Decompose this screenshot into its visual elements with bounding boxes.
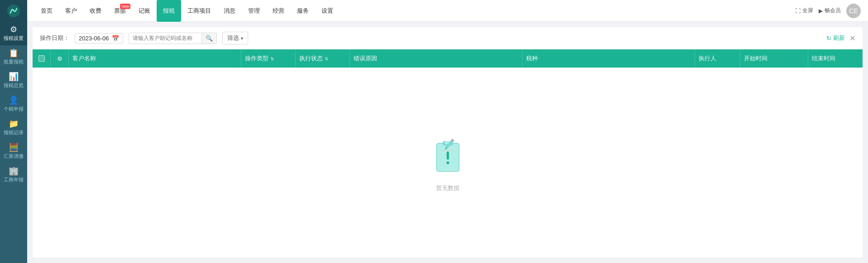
sidebar-logo: [0, 0, 27, 22]
th-start-time: 开始时间: [740, 49, 808, 68]
main-wrapper: 首页 客户 收费 票据 new 记账 报税 工商项目 消息 管理 经营: [27, 0, 868, 263]
search-input[interactable]: [129, 33, 201, 43]
nav-gongshangxiangmu[interactable]: 工商项目: [181, 0, 217, 22]
date-value: 2023-06-06: [79, 35, 109, 42]
date-label: 操作日期：: [40, 34, 69, 42]
sidebar-item-label: 汇算清缴: [4, 153, 24, 160]
sidebar-item-label: 工商年报: [4, 176, 24, 183]
content: 操作日期： 2023-06-06 📅 🔍 筛选 ▾ ↻: [27, 22, 868, 263]
th-tax-type: 税种: [523, 49, 695, 68]
toolbar-right: ↻ 刷新 ✕: [826, 34, 855, 43]
sidebar-item-label: 报税记录: [4, 129, 24, 136]
chevron-down-icon: ▾: [241, 36, 243, 41]
sidebar-item-geshuishenbao[interactable]: 👤 个税申报: [0, 93, 27, 116]
batch-icon: 📋: [9, 49, 19, 57]
th-gear[interactable]: ⚙: [51, 49, 69, 68]
overview-icon: 📊: [9, 73, 19, 81]
filter-label: 筛选: [227, 34, 239, 42]
sidebar-item-label: 批量报税: [4, 58, 24, 65]
nav-shezhi[interactable]: 设置: [315, 0, 340, 22]
topnav: 首页 客户 收费 票据 new 记账 报税 工商项目 消息 管理 经营: [27, 0, 868, 22]
th-checkbox[interactable]: [33, 49, 51, 68]
sort-icon: ⇅: [270, 56, 274, 61]
empty-text: 暂无数据: [436, 184, 460, 192]
avatar[interactable]: CE: [846, 4, 861, 18]
sidebar-item-label: 报税设置: [4, 35, 24, 42]
sidebar-item-baoshuishezhi[interactable]: ⚙ 报税设置: [0, 22, 27, 45]
main-card: 操作日期： 2023-06-06 📅 🔍 筛选 ▾ ↻: [33, 27, 863, 258]
search-button[interactable]: 🔍: [201, 33, 216, 44]
th-client-name: 客户名称: [69, 49, 241, 68]
fullscreen-icon: ⛶: [795, 8, 801, 14]
empty-illustration: [425, 133, 470, 179]
sidebar-item-label: 个税申报: [4, 106, 24, 112]
sidebar: ⚙ 报税设置 📋 批量报税 📊 报税总览 👤 个税申报 📁 报税记录 🧮 汇算清…: [0, 0, 27, 263]
th-operation-type[interactable]: 操作类型 ⇅: [241, 49, 296, 68]
settings-icon: ⚙: [10, 25, 17, 34]
close-button[interactable]: ✕: [849, 34, 855, 43]
nav-guanli[interactable]: 管理: [242, 0, 266, 22]
th-error-reason: 错误原因: [350, 49, 523, 68]
fullscreen-btn[interactable]: ⛶ 全屏: [795, 7, 813, 15]
nav-xiaoxi[interactable]: 消息: [217, 0, 242, 22]
table-header: ⚙ 客户名称 操作类型 ⇅ 执行状态 ⇅ 错误原因: [33, 49, 863, 68]
nav-client[interactable]: 客户: [59, 0, 83, 22]
select-all-checkbox[interactable]: [38, 55, 45, 62]
new-badge: new: [120, 4, 130, 10]
nav-baoshui[interactable]: 报税: [157, 0, 181, 22]
refresh-icon: ↻: [826, 35, 831, 42]
date-picker[interactable]: 2023-06-06 📅: [75, 33, 123, 44]
toolbar: 操作日期： 2023-06-06 📅 🔍 筛选 ▾ ↻: [33, 27, 863, 49]
nav-fuwu[interactable]: 服务: [291, 0, 315, 22]
sidebar-item-label: 报税总览: [4, 82, 24, 89]
nav-jizhang[interactable]: 记账: [132, 0, 157, 22]
nav-piaoju[interactable]: 票据 new: [108, 0, 132, 22]
calc-icon: 🧮: [9, 143, 19, 151]
table-wrapper: ⚙ 客户名称 操作类型 ⇅ 执行状态 ⇅ 错误原因: [33, 49, 863, 258]
filter-button[interactable]: 筛选 ▾: [222, 32, 248, 44]
search-icon: 🔍: [206, 35, 213, 42]
th-executor: 执行人: [695, 49, 740, 68]
member-btn[interactable]: ▶ 畅会员: [819, 7, 841, 15]
sidebar-item-baoshuizonglan[interactable]: 📊 报税总览: [0, 69, 27, 93]
nav-shoufei[interactable]: 收费: [83, 0, 108, 22]
gear-icon: ⚙: [57, 55, 62, 62]
sidebar-item-baoshuijilu[interactable]: 📁 报税记录: [0, 116, 27, 140]
svg-rect-5: [446, 151, 449, 160]
record-icon: 📁: [9, 120, 19, 128]
video-icon: ▶: [819, 8, 823, 14]
sidebar-item-huisuanjisuan[interactable]: 🧮 汇算清缴: [0, 140, 27, 163]
sort-icon: ⇅: [325, 56, 328, 61]
sidebar-item-piliangshuishu[interactable]: 📋 批量报税: [0, 45, 27, 69]
company-icon: 🏢: [9, 167, 19, 175]
th-exec-status[interactable]: 执行状态 ⇅: [296, 49, 350, 68]
sidebar-item-gongshangnianb[interactable]: 🏢 工商年报: [0, 163, 27, 187]
th-end-time: 结束时间: [808, 49, 863, 68]
empty-state: 暂无数据: [33, 68, 863, 258]
nav-jingying[interactable]: 经营: [266, 0, 291, 22]
topnav-right: ⛶ 全屏 ▶ 畅会员 CE: [795, 4, 861, 18]
refresh-button[interactable]: ↻ 刷新: [826, 34, 845, 42]
nav-home[interactable]: 首页: [34, 0, 59, 22]
svg-point-4: [446, 161, 449, 164]
search-box: 🔍: [129, 33, 217, 44]
calendar-icon: 📅: [112, 35, 119, 42]
personal-tax-icon: 👤: [9, 96, 19, 104]
